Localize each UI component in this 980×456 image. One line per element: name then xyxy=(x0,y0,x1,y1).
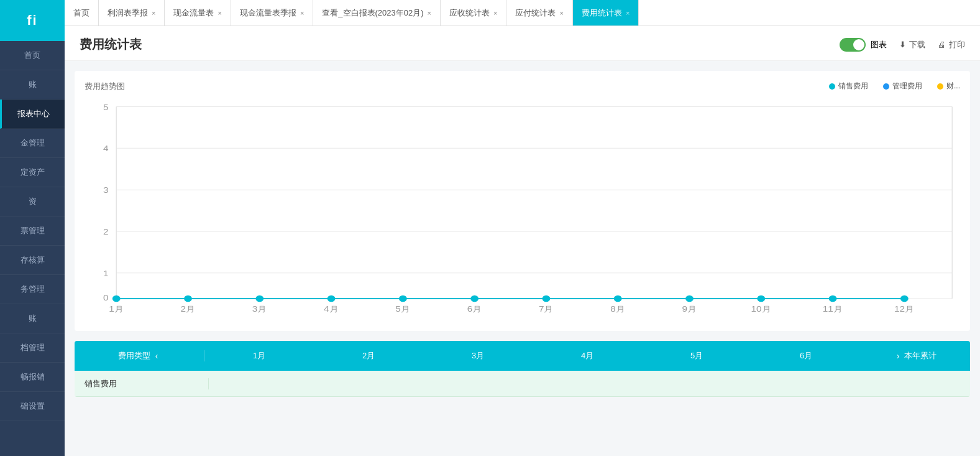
chart-dot xyxy=(255,295,263,302)
chart-dot xyxy=(900,295,909,302)
chart-dot xyxy=(470,295,479,302)
legend-dot-sales xyxy=(829,83,835,90)
legend-sales: 销售费用 xyxy=(829,81,868,91)
sidebar-item-ledger[interactable]: 账 xyxy=(0,304,65,333)
chart-dot xyxy=(829,295,837,302)
tab-blank-report[interactable]: 查看_空白报表(2023年02月) × xyxy=(313,0,441,26)
sidebar-item-settings[interactable]: 础设置 xyxy=(0,392,65,421)
svg-text:1: 1 xyxy=(103,269,109,277)
chart-area: 5 4 3 2 1 0 xyxy=(85,97,960,321)
chart-section: 费用趋势图 销售费用 管理费用 财... xyxy=(75,71,970,331)
download-icon: ⬇ xyxy=(899,40,906,49)
th-may: 5月 xyxy=(642,350,751,361)
header-actions: 图表 ⬇ 下载 🖨 打印 xyxy=(840,38,965,52)
sidebar-item-inventory[interactable]: 存核算 xyxy=(0,246,65,275)
svg-text:2月: 2月 xyxy=(181,304,196,313)
chart-legend: 销售费用 管理费用 财... xyxy=(829,81,960,91)
legend-admin: 管理费用 xyxy=(883,81,922,91)
chart-title: 费用趋势图 xyxy=(85,81,125,92)
sidebar-item-expense[interactable]: 畅报销 xyxy=(0,363,65,392)
close-icon[interactable]: × xyxy=(493,9,497,17)
th-jun: 6月 xyxy=(751,350,861,361)
svg-text:9月: 9月 xyxy=(682,304,697,313)
chart-dot xyxy=(327,295,336,302)
close-icon[interactable]: × xyxy=(152,9,155,17)
chart-toggle[interactable] xyxy=(840,38,866,52)
close-icon[interactable]: × xyxy=(428,9,431,17)
legend-dot-finance xyxy=(937,83,943,90)
table-section: 费用类型 ‹ 1月 2月 3月 4月 5月 xyxy=(75,341,970,397)
page-title: 费用统计表 xyxy=(80,36,142,53)
toggle-label: 图表 xyxy=(871,39,887,50)
print-icon: 🖨 xyxy=(938,40,946,49)
sidebar-item-assets[interactable]: 定资产 xyxy=(0,158,65,187)
chart-dot xyxy=(614,295,622,302)
svg-text:6月: 6月 xyxy=(467,304,482,313)
page-header: 费用统计表 图表 ⬇ 下载 🖨 打印 xyxy=(65,26,980,61)
chart-dot xyxy=(399,295,407,302)
close-icon[interactable]: × xyxy=(626,9,630,17)
close-icon[interactable]: × xyxy=(300,9,304,17)
chart-svg: 5 4 3 2 1 0 xyxy=(85,97,960,321)
close-icon[interactable]: × xyxy=(559,9,563,17)
main-area: 首页 利润表季报 × 现金流量表 × 现金流量表季报 × 查看_空白报表(202… xyxy=(65,0,980,456)
svg-text:1月: 1月 xyxy=(109,304,124,313)
chart-toggle-wrap: 图表 xyxy=(840,38,887,52)
svg-text:8月: 8月 xyxy=(610,304,625,313)
th-jan: 1月 xyxy=(204,350,314,361)
sidebar-item-cash[interactable]: 金管理 xyxy=(0,129,65,158)
chart-dot xyxy=(757,295,765,302)
th-feb: 2月 xyxy=(314,350,423,361)
svg-text:4月: 4月 xyxy=(324,304,339,313)
chart-dot xyxy=(543,295,551,302)
sidebar-logo: fi xyxy=(0,0,65,41)
table-header-row: 费用类型 ‹ 1月 2月 3月 4月 5月 xyxy=(75,341,970,371)
svg-text:5月: 5月 xyxy=(395,304,410,313)
tab-cashflow[interactable]: 现金流量表 × xyxy=(165,0,231,26)
table-nav-left[interactable]: ‹ xyxy=(153,351,161,361)
svg-text:11月: 11月 xyxy=(823,304,843,313)
tab-home[interactable]: 首页 xyxy=(65,0,99,26)
tab-profit-quarterly[interactable]: 利润表季报 × xyxy=(99,0,165,26)
svg-text:4: 4 xyxy=(103,144,109,153)
svg-text:5: 5 xyxy=(103,103,109,111)
download-button[interactable]: ⬇ 下载 xyxy=(899,39,925,50)
th-ytd: › 本年累计 xyxy=(861,350,970,361)
td-expense-type: 销售费用 xyxy=(75,378,209,389)
chart-dot xyxy=(685,295,694,302)
sidebar-item-archive[interactable]: 档管理 xyxy=(0,333,65,363)
sidebar: fi 首页 账 报表中心 金管理 定资产 资 票管理 存核算 务管理 账 档管理… xyxy=(0,0,65,456)
svg-text:2: 2 xyxy=(103,228,109,236)
tab-expense-stats[interactable]: 费用统计表 × xyxy=(573,0,639,26)
tab-payable[interactable]: 应付统计表 × xyxy=(506,0,572,26)
tab-cashflow-quarterly[interactable]: 现金流量表季报 × xyxy=(231,0,313,26)
print-button[interactable]: 🖨 打印 xyxy=(938,39,965,50)
close-icon[interactable]: × xyxy=(218,9,221,17)
content-area: 费用统计表 图表 ⬇ 下载 🖨 打印 费用趋势图 xyxy=(65,26,980,456)
th-expense-type: 费用类型 ‹ xyxy=(75,350,204,361)
chart-dot xyxy=(184,295,192,302)
chart-dot xyxy=(112,295,121,302)
th-mar: 3月 xyxy=(423,350,533,361)
svg-text:7月: 7月 xyxy=(539,304,554,313)
svg-text:12月: 12月 xyxy=(894,304,915,313)
th-apr: 4月 xyxy=(533,350,642,361)
tab-bar: 首页 利润表季报 × 现金流量表 × 现金流量表季报 × 查看_空白报表(202… xyxy=(65,0,980,26)
table-nav-right[interactable]: › xyxy=(894,351,902,361)
sidebar-item-service[interactable]: 务管理 xyxy=(0,275,65,304)
sidebar-item-tickets[interactable]: 票管理 xyxy=(0,216,65,246)
sidebar-item-account[interactable]: 账 xyxy=(0,70,65,100)
table-row: 销售费用 xyxy=(75,371,970,397)
legend-dot-admin xyxy=(883,83,889,90)
tab-receivable[interactable]: 应收统计表 × xyxy=(441,0,506,26)
sidebar-item-reports[interactable]: 报表中心 xyxy=(0,100,65,129)
legend-finance: 财... xyxy=(937,81,960,91)
svg-text:3月: 3月 xyxy=(252,304,267,313)
sidebar-item-home[interactable]: 首页 xyxy=(0,41,65,70)
svg-text:0: 0 xyxy=(103,294,109,302)
sidebar-item-capital[interactable]: 资 xyxy=(0,187,65,216)
svg-text:3: 3 xyxy=(103,186,109,195)
svg-text:10月: 10月 xyxy=(751,304,772,313)
